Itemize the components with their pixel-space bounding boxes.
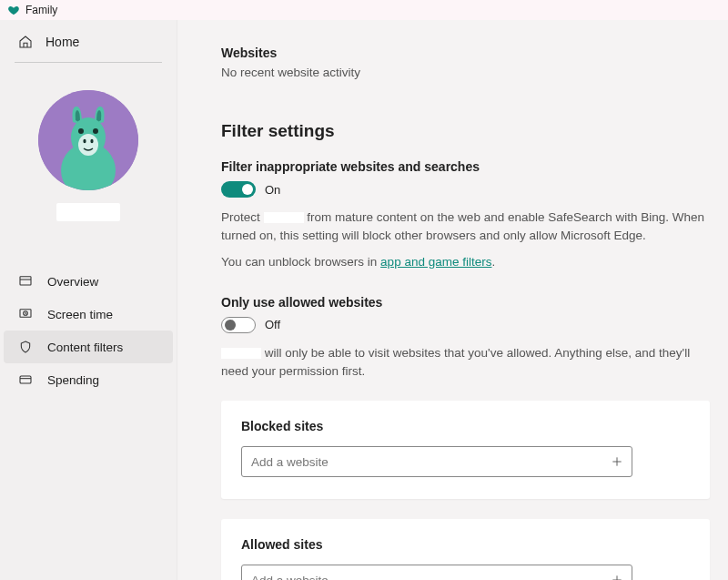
overview-icon [18, 274, 33, 289]
app-game-filters-link[interactable]: app and game filters [380, 255, 491, 269]
blocked-sites-title: Blocked sites [241, 419, 690, 433]
sidebar-item-content-filters[interactable]: Content filters [4, 331, 173, 363]
filter-inappropriate-setting: Filter inappropriate websites and search… [221, 159, 710, 271]
sidebar: Home [0, 20, 177, 580]
app-title: Family [25, 4, 57, 16]
avatar[interactable] [38, 90, 138, 190]
svg-point-4 [78, 128, 84, 134]
allowed-only-title: Only use allowed websites [221, 295, 710, 310]
shield-icon [18, 340, 33, 354]
sidebar-nav: Overview Screen time Content filters Spe… [0, 265, 177, 396]
allowed-sites-title: Allowed sites [241, 537, 690, 552]
websites-empty-text: No recent website activity [221, 66, 710, 79]
svg-rect-11 [20, 376, 31, 383]
svg-point-7 [90, 139, 93, 143]
allowed-only-state: Off [265, 318, 280, 331]
websites-heading: Websites [221, 46, 710, 60]
redacted-name [221, 348, 261, 359]
profile-block [0, 68, 177, 238]
sidebar-item-label: Screen time [47, 308, 113, 321]
home-link[interactable]: Home [0, 27, 177, 56]
home-label: Home [46, 35, 79, 49]
add-blocked-site-button[interactable] [609, 453, 625, 470]
filter-unblock-note: You can unblock browsers in app and game… [221, 253, 710, 271]
family-app-icon [7, 4, 20, 16]
filter-inappropriate-state: On [265, 183, 280, 197]
sidebar-item-spending[interactable]: Spending [0, 363, 177, 396]
svg-point-6 [83, 139, 86, 143]
titlebar: Family [0, 0, 728, 20]
sidebar-item-label: Overview [47, 275, 98, 289]
allowed-only-toggle[interactable] [221, 317, 256, 333]
sidebar-item-overview[interactable]: Overview [0, 265, 177, 298]
divider [15, 62, 162, 63]
allowed-sites-card: Allowed sites [221, 519, 710, 580]
sidebar-item-screen-time[interactable]: Screen time [0, 298, 177, 331]
svg-point-5 [93, 128, 98, 134]
main-content: Websites No recent website activity Filt… [177, 20, 728, 580]
screen-time-icon [18, 307, 33, 321]
home-icon [18, 35, 33, 49]
allowed-site-input[interactable] [241, 565, 632, 580]
filter-inappropriate-toggle[interactable] [221, 181, 256, 198]
redacted-name [264, 212, 304, 223]
spending-icon [18, 372, 33, 387]
allowed-only-description: will only be able to visit websites that… [221, 344, 710, 382]
filter-inappropriate-description: Protect from mature content on the web a… [221, 209, 710, 246]
filter-settings-heading: Filter settings [221, 121, 710, 141]
profile-name [56, 203, 120, 221]
svg-rect-8 [20, 277, 31, 285]
allowed-only-setting: Only use allowed websites Off will only … [221, 295, 710, 382]
svg-point-3 [78, 134, 98, 156]
sidebar-item-label: Content filters [47, 341, 123, 354]
add-allowed-site-button[interactable] [609, 572, 625, 580]
filter-inappropriate-title: Filter inappropriate websites and search… [221, 159, 710, 174]
sidebar-item-label: Spending [47, 373, 99, 387]
blocked-sites-card: Blocked sites [221, 401, 710, 499]
websites-section: Websites No recent website activity [221, 46, 710, 79]
blocked-site-input[interactable] [241, 446, 632, 477]
